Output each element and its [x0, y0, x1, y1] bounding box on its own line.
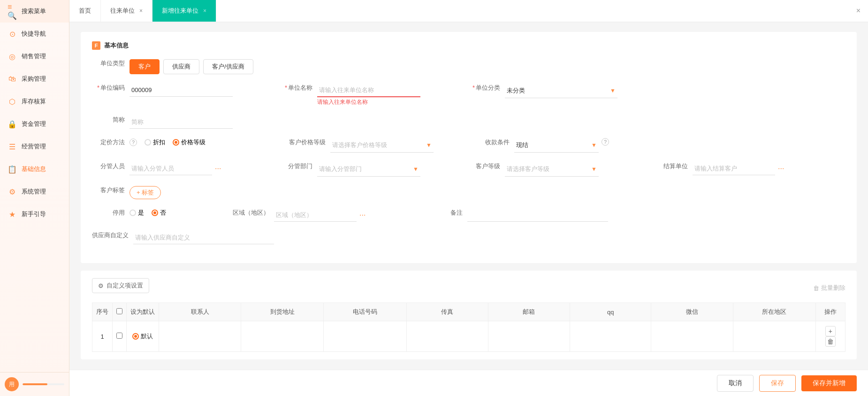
- field-group-4: 停用 是 否: [92, 209, 845, 222]
- cancel-button[interactable]: 取消: [717, 375, 754, 392]
- row-qq-input[interactable]: [578, 333, 644, 340]
- row-address-input[interactable]: [249, 333, 316, 340]
- dept-select[interactable]: 请输入分管部门 ▼: [317, 162, 420, 177]
- sidebar-item-purchase[interactable]: 🛍 采购管理: [0, 68, 69, 90]
- pricing-radio-discount[interactable]: 折扣: [145, 138, 165, 147]
- payment-label: 收款条件: [477, 138, 514, 147]
- row-phone-input[interactable]: [331, 333, 398, 340]
- col-contact: 联系人: [159, 303, 241, 321]
- supplier-custom-field: 供应商自定义: [92, 231, 845, 244]
- field-group-3: 分管人员 ··· 分管部门 请输入分管部门 ▼: [92, 162, 845, 177]
- select-all-checkbox[interactable]: [116, 308, 122, 314]
- sidebar-item-nav[interactable]: ⊙ 快捷导航: [0, 23, 69, 45]
- payment-select[interactable]: 现结 ▼: [514, 138, 599, 153]
- row-wechat-input[interactable]: [659, 333, 725, 340]
- region-field: 区域（地区） ···: [233, 209, 411, 222]
- row-wechat[interactable]: [651, 321, 733, 352]
- row-contact[interactable]: [159, 321, 241, 352]
- manager-dots-btn[interactable]: ···: [212, 164, 224, 173]
- sidebar: ≡🔍 搜索菜单 ⊙ 快捷导航 ◎ 销售管理 🛍 采购管理 ⬡ 库存核算 🔒 资金…: [0, 0, 69, 396]
- radio-discount-circle: [145, 139, 151, 146]
- row-email-input[interactable]: [496, 333, 563, 340]
- supplier-custom-input[interactable]: [133, 231, 274, 244]
- code-label: 单位编码: [92, 84, 129, 92]
- customer-level-select[interactable]: 请选择客户等级 ▼: [505, 162, 599, 177]
- row-qq[interactable]: [570, 321, 651, 352]
- region-input[interactable]: [274, 209, 357, 222]
- name-input[interactable]: [317, 84, 420, 97]
- save-and-new-button[interactable]: 保存并新增: [801, 375, 857, 391]
- tab-contacts[interactable]: 往来单位 ×: [101, 0, 152, 22]
- row-phone[interactable]: [324, 321, 406, 352]
- region-dots-btn[interactable]: ···: [357, 211, 368, 219]
- sidebar-item-info[interactable]: 📋 基础信息: [0, 158, 69, 180]
- unit-type-group: 客户 供应商 客户/供应商: [129, 59, 253, 74]
- sidebar-item-search[interactable]: ≡🔍 搜索菜单: [0, 0, 69, 23]
- manager-input[interactable]: [129, 162, 212, 175]
- row-actions: + 🗑: [815, 321, 845, 352]
- sidebar-item-inventory[interactable]: ⬡ 库存核算: [0, 90, 69, 113]
- batch-delete-button[interactable]: 🗑 批量删除: [813, 284, 845, 292]
- row-add-button[interactable]: +: [825, 326, 836, 336]
- row-region[interactable]: [733, 321, 815, 352]
- manager-row: 分管人员 ··· 分管部门 请输入分管部门 ▼: [92, 162, 845, 177]
- custom-settings-button[interactable]: ⚙ 自定义项设置: [92, 278, 149, 293]
- payment-help-icon[interactable]: ?: [602, 138, 609, 146]
- code-input[interactable]: [129, 84, 233, 97]
- customer-price-select[interactable]: 请选择客户价格等级 ▼: [330, 138, 434, 153]
- remark-input[interactable]: [467, 209, 608, 222]
- row-region-input[interactable]: [741, 333, 808, 340]
- tag-label: 客户标签: [92, 186, 129, 194]
- table-row: 1 默认: [92, 321, 845, 352]
- dept-label: 分管部门: [280, 162, 317, 171]
- row-contact-input[interactable]: [167, 333, 233, 340]
- customer-level-field: 客户等级 请选择客户等级 ▼: [467, 162, 636, 177]
- sidebar-item-sales[interactable]: ◎ 销售管理: [0, 45, 69, 68]
- row-default-radio[interactable]: 默认: [130, 332, 155, 341]
- tab-home[interactable]: 首页: [69, 0, 101, 22]
- tab-new-contact[interactable]: 新增往来单位 ×: [152, 0, 216, 22]
- sidebar-item-guide[interactable]: ★ 新手引导: [0, 203, 69, 225]
- name-error-msg: 请输入往来单位名称: [317, 98, 449, 106]
- row-address[interactable]: [241, 321, 324, 352]
- row-fax-input[interactable]: [414, 333, 480, 340]
- row-checkbox[interactable]: [113, 321, 127, 352]
- disabled-yes-circle: [129, 210, 136, 216]
- pricing-help-icon[interactable]: ?: [129, 139, 137, 146]
- sidebar-item-fund[interactable]: 🔒 资金管理: [0, 113, 69, 135]
- save-button[interactable]: 保存: [759, 375, 796, 392]
- row-email[interactable]: [488, 321, 570, 352]
- short-name-label: 简称: [92, 116, 129, 124]
- footer: 取消 保存 保存并新增: [69, 370, 868, 396]
- pricing-radio-price-level[interactable]: 价格等级: [173, 138, 206, 147]
- tab-contacts-close[interactable]: ×: [139, 8, 143, 14]
- disabled-yes[interactable]: 是: [129, 209, 144, 217]
- customer-price-label: 客户价格等级: [289, 138, 330, 147]
- sidebar-bottom-bar: [23, 383, 64, 385]
- unit-btn-customer[interactable]: 客户: [129, 59, 160, 74]
- category-chevron: ▼: [610, 87, 616, 94]
- pricing-label: 定价方法: [92, 138, 129, 147]
- unit-btn-supplier[interactable]: 供应商: [163, 59, 199, 74]
- window-close-button[interactable]: ×: [849, 0, 868, 22]
- category-select[interactable]: 未分类 ▼: [505, 84, 617, 98]
- short-name-input[interactable]: [129, 116, 233, 129]
- row-fax[interactable]: [406, 321, 488, 352]
- add-tag-button[interactable]: + 标签: [129, 186, 161, 199]
- settlement-dots-btn[interactable]: ···: [775, 164, 787, 173]
- settlement-input[interactable]: [693, 162, 775, 175]
- tab-new-contact-close[interactable]: ×: [203, 8, 206, 14]
- row-checkbox-input[interactable]: [116, 333, 122, 339]
- dept-chevron: ▼: [413, 166, 419, 172]
- sidebar-item-system[interactable]: ⚙ 系统管理: [0, 180, 69, 203]
- manager-field: 分管人员 ···: [92, 162, 261, 175]
- unit-btn-both[interactable]: 客户/供应商: [203, 59, 253, 74]
- basic-info-section: F 基本信息 单位类型 客户 供应商 客户/供应商: [81, 32, 857, 263]
- section-icon: F: [92, 41, 100, 50]
- section-title: F 基本信息: [92, 41, 845, 50]
- category-field: 单位分类 未分类 ▼: [467, 84, 845, 98]
- row-delete-button[interactable]: 🗑: [825, 336, 836, 347]
- disabled-no[interactable]: 否: [152, 209, 166, 217]
- sidebar-item-management[interactable]: ☰ 经营管理: [0, 135, 69, 158]
- name-field-inner: 请输入往来单位名称: [317, 84, 449, 106]
